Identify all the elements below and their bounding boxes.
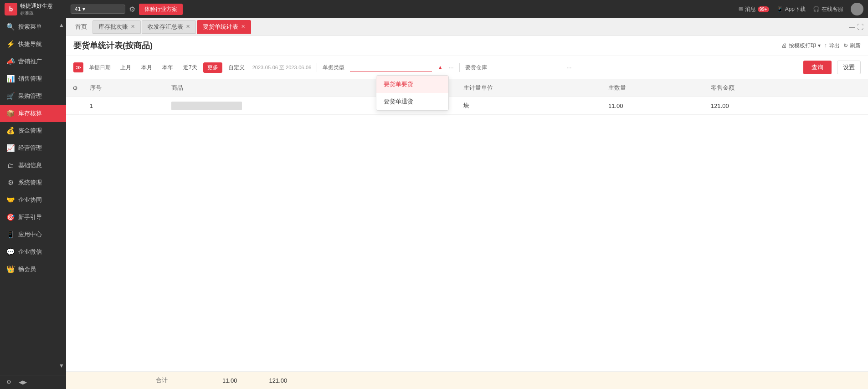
sidebar-item-quick-nav[interactable]: ⚡ 快捷导航	[0, 36, 66, 53]
footer-qty: 11.00	[222, 377, 237, 384]
tab-minimize-btn[interactable]: —	[849, 23, 855, 31]
tab-close-receive-summary[interactable]: ✕	[186, 24, 190, 30]
sidebar-item-member[interactable]: 👑 畅会员	[0, 261, 66, 278]
date-pill-7days[interactable]: 近7天	[179, 62, 201, 73]
date-pill-last-month[interactable]: 上月	[116, 62, 135, 73]
data-table: ⚙ 序号 商品 主计量单位 主数量 零售金额 1	[66, 79, 868, 115]
sidebar-item-wechat[interactable]: 💬 企业微信	[0, 243, 66, 261]
type-more-btn[interactable]: ···	[448, 64, 454, 71]
col-settings[interactable]: ⚙	[66, 79, 84, 97]
sidebar-item-basic[interactable]: 🗂 基础信息	[0, 157, 66, 174]
trial-button[interactable]: 体验行业方案	[139, 4, 183, 15]
tab-actions: — ⛶	[849, 23, 863, 31]
date-pill-this-year[interactable]: 本年	[158, 62, 177, 73]
scroll-down-btn[interactable]: ▼	[59, 363, 64, 369]
sidebar-item-sales[interactable]: 📊 销售管理	[0, 70, 66, 87]
sidebar-scroll: 🔍 搜索菜单 ⚡ 快捷导航 📣 营销推广 📊 销售管理 🛒 采购管理 📦	[0, 18, 66, 375]
tab-maximize-btn[interactable]: ⛶	[857, 23, 863, 31]
marketing-icon: 📣	[6, 57, 15, 66]
finance-icon: 💰	[6, 127, 15, 135]
main-layout: 🔍 搜索菜单 ⚡ 快捷导航 📣 营销推广 📊 销售管理 🛒 采购管理 📦	[0, 18, 868, 389]
sidebar-item-purchase[interactable]: 🛒 采购管理	[0, 87, 66, 105]
query-btn[interactable]: 查询	[803, 61, 832, 74]
type-dropdown: 要货单要货 要货单退货	[376, 75, 449, 111]
date-pill-custom[interactable]: 自定义	[224, 62, 249, 73]
online-service-button[interactable]: 🎧 在线客服	[813, 5, 843, 13]
system-icon: ⚙	[6, 179, 15, 187]
avatar[interactable]	[851, 3, 863, 15]
date-pills: 上月 本月 本年 近7天 更多 自定义 2023-05-06 至 2023-06…	[116, 62, 311, 73]
chevron-down-icon: ▾	[818, 42, 821, 49]
table-header-row: ⚙ 序号 商品 主计量单位 主数量 零售金额	[66, 79, 868, 97]
chevron-up-icon[interactable]: ▲	[437, 64, 443, 71]
gear-button[interactable]: ⚙	[129, 5, 135, 14]
logo-icon: b	[5, 3, 17, 15]
settings-icon[interactable]: ⚙	[6, 379, 11, 385]
page-header: 要货单统计表(按商品) 🖨 按模板打印 ▾ ↑ 导出 ↻ 刷新	[66, 36, 868, 56]
sidebar: 🔍 搜索菜单 ⚡ 快捷导航 📣 营销推广 📊 销售管理 🛒 采购管理 📦	[0, 18, 66, 389]
warehouse-more-btn[interactable]: ···	[566, 64, 572, 71]
export-btn[interactable]: ↑ 导出	[824, 42, 840, 50]
warehouse-input[interactable]	[493, 64, 561, 71]
print-icon: 🖨	[781, 42, 787, 49]
tab-close-order-summary[interactable]: ✕	[241, 24, 245, 30]
phone-icon: 📱	[776, 6, 783, 12]
print-btn[interactable]: 🖨 按模板打印 ▾	[781, 42, 821, 50]
settings-gear-icon: ⚙	[72, 85, 78, 92]
filter-divider	[317, 63, 317, 72]
type-input[interactable]	[350, 63, 432, 72]
message-button[interactable]: ✉ 消息 99+	[739, 5, 769, 13]
date-pill-this-month[interactable]: 本月	[137, 62, 156, 73]
date-pill-more[interactable]: 更多	[203, 62, 222, 73]
purchase-icon: 🛒	[6, 92, 15, 100]
tab-order-summary[interactable]: 要货单统计表 ✕	[197, 20, 251, 34]
page-title: 要货单统计表(按商品)	[73, 40, 153, 51]
cell-extra	[829, 97, 868, 115]
logo-text: 畅捷通好生意 标准版	[20, 2, 53, 16]
sidebar-item-guide[interactable]: 🎯 新手引导	[0, 209, 66, 226]
guide-icon: 🎯	[6, 213, 15, 221]
sidebar-item-finance[interactable]: 💰 资金管理	[0, 122, 66, 139]
sidebar-item-inventory[interactable]: 📦 库存核算	[0, 105, 66, 122]
filter-divider-2	[459, 63, 460, 72]
expand-filter-btn[interactable]: ≫	[73, 62, 83, 72]
tab-home[interactable]: 首页	[71, 20, 92, 34]
date-range-text: 2023-05-06 至 2023-06-06	[252, 64, 312, 71]
refresh-btn[interactable]: ↻ 刷新	[843, 42, 861, 50]
operations-icon: 📈	[6, 144, 15, 152]
app-center-icon: 📱	[6, 230, 15, 239]
cell-qty: 11.00	[603, 97, 705, 115]
collapse-toggle-icon[interactable]: ◀▶	[19, 379, 27, 385]
tab-inventory-batch[interactable]: 库存批次账 ✕	[92, 20, 141, 34]
settings-btn[interactable]: 设置	[837, 61, 861, 74]
tab-close-inventory-batch[interactable]: ✕	[131, 24, 135, 30]
sidebar-item-operations[interactable]: 📈 经营管理	[0, 139, 66, 157]
headset-icon: 🎧	[813, 6, 820, 12]
lightning-icon: ⚡	[6, 40, 15, 48]
col-amount: 零售金额	[705, 79, 829, 97]
logo-area: b 畅捷通好生意 标准版	[5, 2, 71, 16]
sidebar-item-search[interactable]: 🔍 搜索菜单	[0, 18, 66, 36]
search-icon: 🔍	[6, 23, 15, 31]
footer-amount: 121.00	[269, 377, 288, 384]
page-actions: 🖨 按模板打印 ▾ ↑ 导出 ↻ 刷新	[781, 42, 861, 50]
store-selector[interactable]: 41 ▾	[71, 5, 125, 14]
app-download-button[interactable]: 📱 App下载	[776, 5, 806, 13]
chevron-down-icon: ▾	[82, 6, 85, 12]
sidebar-bottom: ⚙ ◀▶	[0, 375, 66, 389]
cell-empty	[66, 97, 84, 115]
scroll-up-btn[interactable]: ▲	[59, 22, 64, 28]
dropdown-item-order-goods[interactable]: 要货单要货	[376, 76, 448, 93]
sidebar-item-system[interactable]: ⚙ 系统管理	[0, 174, 66, 191]
col-extra	[829, 79, 868, 97]
tab-receive-summary[interactable]: 收发存汇总表 ✕	[142, 20, 196, 34]
message-icon: ✉	[739, 6, 743, 12]
sidebar-item-enterprise[interactable]: 🤝 企业协同	[0, 191, 66, 209]
sidebar-item-marketing[interactable]: 📣 营销推广	[0, 53, 66, 70]
sales-icon: 📊	[6, 75, 15, 83]
enterprise-icon: 🤝	[6, 196, 15, 204]
col-qty: 主数量	[603, 79, 705, 97]
dropdown-item-order-return[interactable]: 要货单退货	[376, 93, 448, 110]
sidebar-item-app-center[interactable]: 📱 应用中心	[0, 226, 66, 243]
warehouse-label: 要货仓库	[465, 64, 487, 72]
